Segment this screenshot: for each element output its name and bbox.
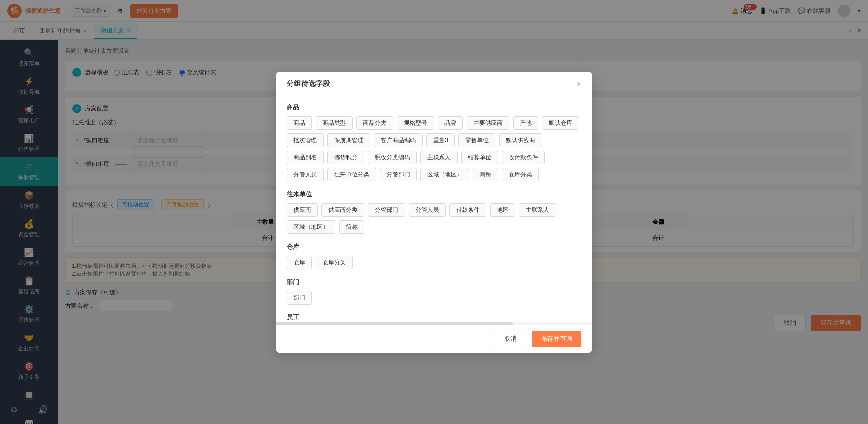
field-tag[interactable]: 商品别名 [287,151,324,164]
field-group-dept: 部门 部门 [287,278,581,305]
field-tag[interactable]: 默认供应商 [499,133,542,147]
field-tag[interactable]: 主要供应商 [467,116,509,130]
modal-body: 商品 商品 商品类型 商品分类 规格型号 品牌 主要供应商 产地 默认仓库 批次… [276,96,592,322]
field-tag[interactable]: 主联系人 [519,203,556,217]
field-tag[interactable]: 供应商 [287,203,318,217]
field-tag[interactable]: 分管部门 [380,168,417,181]
field-tag[interactable]: 产地 [513,116,538,130]
field-tag[interactable]: 部门 [287,291,312,305]
field-tag[interactable]: 重量3 [426,133,455,147]
field-tag[interactable]: 仓库分类 [316,256,353,269]
field-group-dept-title: 部门 [287,278,581,286]
field-tag[interactable]: 商品 [287,116,312,130]
field-tag[interactable]: 仓库分类 [502,168,539,181]
field-tag[interactable]: 商品类型 [316,116,353,130]
modal-dialog: 分组待选字段 × 商品 商品 商品类型 商品分类 规格型号 品牌 主要供应商 产… [276,72,592,353]
field-tag[interactable]: 收付款条件 [502,151,545,164]
field-tag[interactable]: 付款条件 [449,203,486,217]
field-tags-product: 商品 商品类型 商品分类 规格型号 品牌 主要供应商 产地 默认仓库 批次管理 … [287,116,581,181]
horizontal-scrollbar-thumb [276,322,513,325]
field-tags-dept: 部门 [287,291,581,305]
field-tag[interactable]: 往来单位分类 [327,168,376,181]
field-group-product: 商品 商品 商品类型 商品分类 规格型号 品牌 主要供应商 产地 默认仓库 批次… [287,104,581,181]
field-tag[interactable]: 默认仓库 [542,116,579,130]
field-tag[interactable]: 税收分类编码 [368,151,417,164]
modal-confirm-button[interactable]: 保存并查询 [532,331,581,347]
field-group-partner-title: 往来单位 [287,191,581,199]
field-tag[interactable]: 客户商品编码 [374,133,423,147]
field-group-partner: 往来单位 供应商 供应商分类 分管部门 分管人员 付款条件 地区 主联系人 区域… [287,191,581,234]
field-tags-partner: 供应商 供应商分类 分管部门 分管人员 付款条件 地区 主联系人 区域（地区） … [287,203,581,234]
field-tag[interactable]: 分管人员 [287,168,324,181]
field-tag[interactable]: 分管人员 [409,203,446,217]
field-tag[interactable]: 地区 [490,203,515,217]
field-group-staff: 员工 业务员 [287,314,581,322]
horizontal-scrollbar[interactable] [276,322,592,325]
field-tag[interactable]: 供应商分类 [321,203,364,217]
field-group-staff-title: 员工 [287,314,581,322]
field-tag[interactable]: 分管部门 [368,203,405,217]
field-tag[interactable]: 商品分类 [356,116,393,130]
field-group-warehouse-title: 仓库 [287,243,581,251]
modal-cancel-button[interactable]: 取消 [495,331,526,347]
field-tag[interactable]: 结算单位 [461,151,498,164]
modal-footer: 取消 保存并查询 [276,325,592,353]
field-tag[interactable]: 规格型号 [397,116,434,130]
field-tag[interactable]: 区域（地区） [420,168,469,181]
field-group-product-title: 商品 [287,104,581,112]
field-tags-warehouse: 仓库 仓库分类 [287,256,581,269]
field-tag[interactable]: 区域（地区） [287,220,335,234]
field-tag[interactable]: 品牌 [438,116,463,130]
field-group-warehouse: 仓库 仓库 仓库分类 [287,243,581,269]
modal-close-button[interactable]: × [576,79,581,89]
field-tag[interactable]: 拣货积分 [327,151,364,164]
field-tag[interactable]: 简称 [339,220,364,234]
field-tag[interactable]: 保质期管理 [327,133,370,147]
field-tag[interactable]: 零售单位 [458,133,495,147]
field-tag[interactable]: 主联系人 [420,151,458,164]
modal-header: 分组待选字段 × [276,72,592,96]
field-tag[interactable]: 批次管理 [287,133,324,147]
field-tag[interactable]: 简称 [473,168,498,181]
modal-overlay: 分组待选字段 × 商品 商品 商品类型 商品分类 规格型号 品牌 主要供应商 产… [0,0,868,424]
field-tag[interactable]: 仓库 [287,256,312,269]
modal-title: 分组待选字段 [287,79,330,89]
